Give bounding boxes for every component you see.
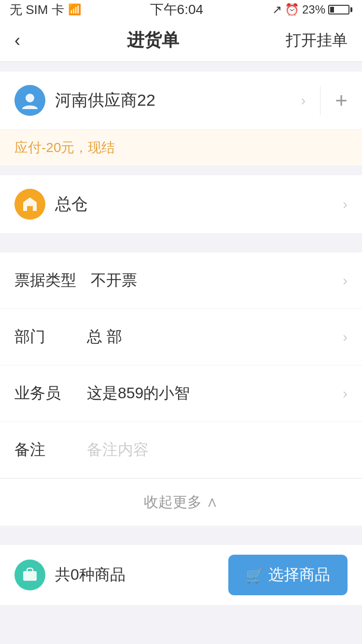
section-gap-3 — [0, 243, 362, 252]
collapse-button[interactable]: 收起更多 ∧ — [0, 478, 362, 526]
invoice-row[interactable]: 票据类型 不开票 › — [0, 252, 362, 309]
supplier-row[interactable]: 河南供应商22 › + — [0, 71, 362, 130]
notice-banner: 应付-20元，现结 — [0, 130, 362, 166]
wifi-icon: 📶 — [68, 3, 81, 16]
warehouse-card[interactable]: 总仓 › — [0, 175, 362, 233]
department-row[interactable]: 部门 总 部 › — [0, 309, 362, 365]
department-arrow-icon: › — [343, 329, 348, 345]
location-icon: ↗ — [272, 3, 282, 16]
status-right: ↗ ⏰ 23% — [272, 3, 352, 16]
status-bar: 无 SIM 卡 📶 下午6:04 ↗ ⏰ 23% — [0, 0, 362, 19]
cart-icon: 🛒 — [246, 567, 264, 584]
remark-input[interactable]: 备注内容 — [72, 439, 348, 461]
warehouse-row[interactable]: 总仓 › — [0, 175, 362, 233]
select-product-label: 选择商品 — [268, 564, 330, 586]
alarm-icon: ⏰ — [285, 3, 299, 16]
supplier-card: 河南供应商22 › + 应付-20元，现结 — [0, 71, 362, 166]
section-gap-2 — [0, 166, 362, 175]
salesman-row[interactable]: 业务员 这是859的小智 › — [0, 365, 362, 422]
remark-row[interactable]: 备注 备注内容 — [0, 422, 362, 478]
salesman-label: 业务员 — [14, 383, 72, 404]
carrier-text: 无 SIM 卡 — [10, 1, 64, 18]
invoice-arrow-icon: › — [343, 272, 348, 289]
warehouse-icon — [14, 189, 45, 220]
invoice-value: 不开票 — [76, 270, 343, 291]
supplier-name: 河南供应商22 — [55, 89, 301, 112]
svg-point-0 — [26, 94, 34, 102]
department-value: 总 部 — [72, 326, 343, 348]
invoice-label: 票据类型 — [14, 270, 76, 291]
salesman-value: 这是859的小智 — [72, 383, 343, 404]
gray-fill-area — [0, 605, 362, 644]
status-time: 下午6:04 — [150, 0, 204, 19]
form-card: 票据类型 不开票 › 部门 总 部 › 业务员 这是859的小智 › 备注 备注… — [0, 252, 362, 526]
salesman-arrow-icon: › — [343, 385, 348, 402]
product-icon — [14, 560, 45, 590]
bottom-bar: 共0种商品 🛒 选择商品 — [0, 545, 362, 605]
product-count-text: 共0种商品 — [55, 564, 228, 586]
nav-bar: ‹ 进货单 打开挂单 — [0, 19, 362, 62]
select-product-button[interactable]: 🛒 选择商品 — [228, 555, 348, 595]
notice-text: 应付-20元，现结 — [14, 140, 115, 155]
warehouse-arrow-icon: › — [343, 196, 348, 212]
section-gap-4 — [0, 526, 362, 535]
vertical-divider — [320, 86, 320, 115]
collapse-label: 收起更多 ∧ — [144, 494, 218, 510]
supplier-avatar — [14, 85, 45, 116]
status-left: 无 SIM 卡 📶 — [10, 1, 81, 18]
battery-icon — [328, 5, 352, 14]
supplier-arrow-icon: › — [301, 92, 306, 109]
svg-rect-1 — [23, 571, 37, 581]
remark-label: 备注 — [14, 439, 72, 461]
add-supplier-button[interactable]: + — [335, 88, 348, 112]
page-title: 进货单 — [127, 28, 179, 52]
battery-percentage: 23% — [302, 3, 325, 16]
section-gap-1 — [0, 62, 362, 71]
back-button[interactable]: ‹ — [14, 30, 20, 51]
open-pending-button[interactable]: 打开挂单 — [286, 30, 348, 51]
form-section: 票据类型 不开票 › 部门 总 部 › 业务员 这是859的小智 › 备注 备注… — [0, 243, 362, 526]
department-label: 部门 — [14, 326, 72, 348]
warehouse-name: 总仓 — [55, 193, 343, 215]
